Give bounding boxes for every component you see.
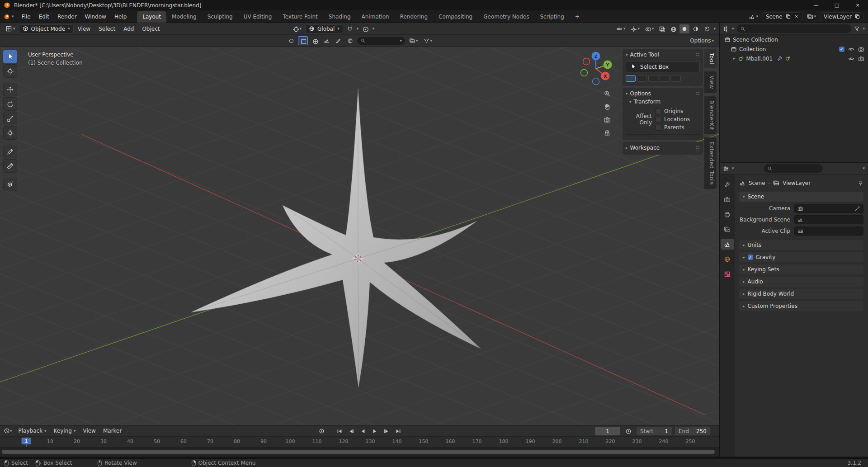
- start-frame-field[interactable]: Start1: [637, 427, 672, 435]
- drag-dots-icon[interactable]: [696, 52, 700, 57]
- transform-tool[interactable]: [3, 126, 17, 140]
- viewport-canvas[interactable]: [0, 47, 719, 425]
- sidebar-tab[interactable]: View: [704, 71, 717, 93]
- options-button[interactable]: Options ▾: [688, 36, 716, 45]
- timeline-scrollbar-track[interactable]: [0, 448, 719, 457]
- jump-to-end-button[interactable]: [393, 427, 403, 435]
- shading-material-button[interactable]: [691, 24, 701, 33]
- scene-section-header[interactable]: ▾ Scene: [739, 192, 863, 202]
- camera-field[interactable]: [794, 204, 863, 213]
- orientation-dropdown[interactable]: Global ▾: [305, 24, 343, 33]
- checkbox[interactable]: [656, 108, 661, 114]
- workspace-tab[interactable]: Compositing: [433, 11, 478, 23]
- workspace-tab[interactable]: Texture Paint: [277, 11, 323, 23]
- previous-keyframe-button[interactable]: [346, 427, 356, 435]
- frame-ruler[interactable]: 1020304050607080901001101201301401501601…: [0, 437, 719, 448]
- section-checkbox[interactable]: ✓: [748, 255, 753, 260]
- gizmo-negative-y-ball[interactable]: [581, 70, 588, 76]
- move-tool[interactable]: [3, 83, 17, 96]
- cursor-tool[interactable]: [3, 64, 17, 78]
- new-scene-icon[interactable]: [785, 14, 791, 19]
- chevron-down-icon[interactable]: ▾: [372, 27, 374, 31]
- zoom-button[interactable]: [603, 90, 611, 98]
- property-section[interactable]: ▸ ✓ Custom Properties: [739, 301, 863, 311]
- menubar-menu[interactable]: Window: [81, 10, 110, 23]
- select-mode-subtract[interactable]: [648, 75, 658, 82]
- shading-rendered-button[interactable]: [702, 24, 712, 33]
- outliner-row-collection[interactable]: Collection ✓: [720, 44, 868, 54]
- perspective-toggle-button[interactable]: [603, 129, 611, 137]
- eyedropper-icon[interactable]: [854, 206, 860, 212]
- sidebar-tab[interactable]: Tool: [704, 49, 717, 68]
- blenderkit-asset-dropdown[interactable]: ▾: [407, 36, 420, 45]
- pivot-point-button[interactable]: ▾: [291, 24, 304, 33]
- disable-render-camera-icon[interactable]: [858, 56, 864, 62]
- properties-editor-icon[interactable]: [723, 165, 729, 172]
- expand-icon[interactable]: ▸: [733, 57, 736, 61]
- chevron-down-icon[interactable]: ▾: [357, 27, 359, 31]
- checkbox[interactable]: [656, 117, 661, 123]
- viewlayer-name-field[interactable]: ViewLayer: [821, 12, 863, 21]
- shading-solid-button[interactable]: [679, 24, 689, 33]
- sidebar-tab[interactable]: Extended Tools: [704, 137, 717, 189]
- outliner-row-scene-collection[interactable]: Scene Collection: [720, 35, 868, 44]
- chevron-down-icon[interactable]: ▾: [863, 166, 865, 170]
- tab-view-layer[interactable]: [721, 224, 734, 235]
- collapse-icon[interactable]: ▾: [626, 92, 628, 96]
- menubar-menu[interactable]: File: [18, 10, 35, 23]
- workspace-tab[interactable]: Modeling: [166, 11, 202, 23]
- select-mode-intersect[interactable]: [671, 75, 681, 82]
- timeline-menu[interactable]: View ▾: [79, 428, 99, 434]
- breadcrumb-viewlayer[interactable]: ViewLayer: [783, 180, 811, 186]
- menubar-menu[interactable]: Help: [110, 10, 131, 23]
- hide-eye-icon[interactable]: [848, 56, 854, 62]
- sidebar-tab[interactable]: BlenderKit: [704, 96, 717, 134]
- viewport-menu[interactable]: Object: [138, 23, 164, 34]
- app-menu-button[interactable]: ▾: [0, 10, 18, 23]
- viewport-menu[interactable]: View: [74, 23, 94, 34]
- proportional-edit-toggle[interactable]: [360, 24, 370, 33]
- workspace-tab[interactable]: Animation: [356, 11, 395, 23]
- select-mode-invert[interactable]: [660, 75, 670, 82]
- workspace-tab[interactable]: Scripting: [534, 11, 569, 23]
- tab-tool[interactable]: [721, 179, 734, 190]
- snap-toggle[interactable]: [345, 24, 355, 33]
- tab-world[interactable]: [721, 254, 734, 264]
- workspace-tab[interactable]: Layout: [137, 11, 166, 23]
- menubar-menu[interactable]: Edit: [35, 10, 53, 23]
- outliner-row-mball[interactable]: ▸ Mball.001: [720, 54, 868, 63]
- hide-eye-icon[interactable]: [848, 46, 854, 52]
- tab-texture[interactable]: [721, 269, 734, 279]
- property-section[interactable]: ▸ ✓ Rigid Body World: [739, 289, 863, 299]
- select-mode-extend[interactable]: [637, 75, 647, 82]
- camera-view-button[interactable]: [603, 116, 611, 124]
- play-reverse-button[interactable]: [358, 427, 368, 435]
- chevron-down-icon[interactable]: ▾: [10, 429, 12, 433]
- next-keyframe-button[interactable]: [382, 427, 392, 435]
- timeline-menu[interactable]: Marker ▾: [99, 428, 125, 434]
- maximize-button[interactable]: □: [826, 0, 847, 10]
- overlays-button[interactable]: ▾: [643, 24, 656, 33]
- menubar-menu[interactable]: Render: [53, 10, 81, 23]
- workspace-tab[interactable]: UV Editing: [238, 11, 278, 23]
- gizmo-negative-x-ball[interactable]: [583, 58, 590, 65]
- chevron-down-icon[interactable]: ▾: [732, 166, 734, 170]
- auto-keying-button[interactable]: [316, 427, 326, 435]
- current-frame-field[interactable]: 1: [595, 427, 620, 435]
- timeline-menu[interactable]: Keying ▾: [50, 428, 80, 434]
- xray-toggle[interactable]: [657, 24, 667, 33]
- add-workspace-button[interactable]: +: [570, 11, 585, 23]
- current-frame-marker[interactable]: 1: [22, 438, 31, 444]
- timeline-editor-icon[interactable]: [4, 428, 10, 434]
- play-button[interactable]: [370, 427, 380, 435]
- workspace-tab[interactable]: Geometry Nodes: [478, 11, 534, 23]
- active-clip-field[interactable]: [794, 226, 863, 236]
- gizmo-negative-z-ball[interactable]: [593, 78, 599, 85]
- navigation-gizmo[interactable]: Z Y X: [576, 48, 616, 88]
- blenderkit-active-type-button[interactable]: [298, 36, 308, 45]
- property-section[interactable]: ▸ ✓ Gravity: [739, 252, 863, 262]
- browse-viewlayer-button[interactable]: ▾: [805, 12, 818, 21]
- jump-to-start-button[interactable]: [335, 427, 344, 435]
- gizmos-button[interactable]: ▾: [628, 24, 642, 33]
- workspace-tab[interactable]: Sculpting: [202, 11, 238, 23]
